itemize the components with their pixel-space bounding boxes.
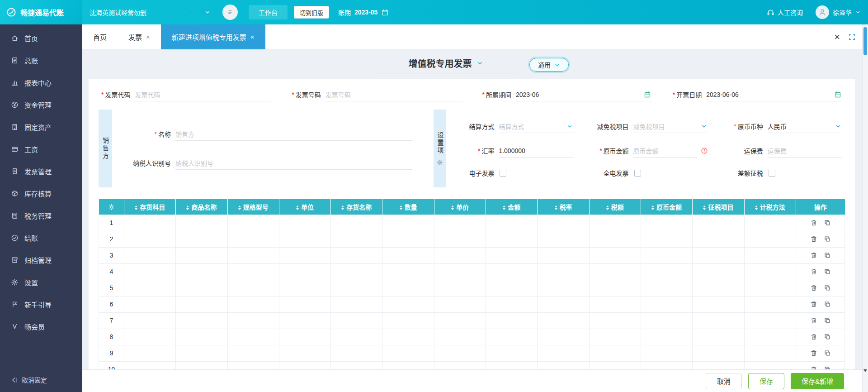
sort-icon[interactable] [186,206,189,210]
grid-cell[interactable] [279,296,330,312]
sidebar-item-fixed-assets[interactable]: 固定资产 [0,116,82,138]
grid-cell[interactable] [538,296,589,312]
tab-home[interactable]: 首页 [82,24,118,49]
delete-row-icon[interactable] [810,219,817,226]
grid-cell[interactable] [434,247,486,263]
grid-cell[interactable] [693,312,744,329]
grid-cell[interactable] [176,280,227,296]
currency-select[interactable]: 人民币 [768,120,842,133]
grid-cell[interactable] [744,231,796,247]
grid-cell[interactable] [382,296,434,312]
grid-cell[interactable] [744,263,796,280]
grid-cell[interactable] [279,361,330,369]
grid-cell[interactable] [434,361,486,369]
invoice-date-input[interactable]: 2023-06-06 [706,88,842,101]
sidebar-item-home[interactable]: 首页 [0,27,82,49]
grid-cell[interactable] [486,312,538,329]
news-button[interactable] [222,5,238,20]
grid-cell[interactable] [486,345,538,361]
grid-cell[interactable] [486,329,538,345]
grid-cell[interactable] [382,247,434,263]
warning-icon[interactable] [701,147,708,154]
grid-cell[interactable] [486,361,538,369]
grid-cell[interactable] [434,312,486,329]
grid-cell[interactable] [538,345,589,361]
close-tab-icon[interactable]: × [146,33,150,40]
taxpayer-id-input[interactable]: 纳税人识别号 [175,156,412,170]
sort-icon[interactable] [296,206,299,210]
grid-cell[interactable] [124,231,176,247]
sidebar-item-funds[interactable]: 资金管理 [0,94,82,116]
grid-cell[interactable] [124,215,176,231]
grid-cell[interactable] [434,345,486,361]
grid-cell[interactable] [744,361,796,369]
grid-cell[interactable] [227,263,279,280]
grid-cell[interactable] [486,263,538,280]
chevron-down-icon[interactable] [835,123,841,129]
copy-row-icon[interactable] [824,235,831,243]
sidebar-item-tax[interactable]: 税务管理 [0,205,82,227]
grid-cell[interactable] [124,280,176,296]
grid-cell[interactable] [744,312,796,329]
column-header[interactable]: 税额 [589,199,641,215]
grid-cell[interactable] [641,312,692,329]
grid-cell[interactable] [486,215,538,231]
grid-cell[interactable] [589,247,641,263]
column-header[interactable]: 单价 [434,199,486,215]
invoice-category-select[interactable]: 通用 [529,58,569,72]
grid-cell[interactable] [279,263,330,280]
grid-cell[interactable] [641,263,692,280]
grid-cell[interactable] [486,247,538,263]
grid-cell[interactable] [538,312,589,329]
settings-section-toggle[interactable]: 设置项 [434,110,446,187]
grid-cell[interactable] [641,345,692,361]
tab-invoice[interactable]: 发票 × [118,24,161,49]
grid-cell[interactable] [227,231,279,247]
column-header[interactable]: 金额 [486,199,538,215]
invoice-code-input[interactable]: 发票代码 [135,88,271,101]
grid-cell[interactable] [434,231,486,247]
grid-cell[interactable] [331,345,382,361]
delete-row-icon[interactable] [810,317,817,324]
app-logo[interactable]: 畅捷通易代账 [0,0,82,24]
grid-cell[interactable] [331,329,382,345]
grid-cell[interactable] [589,345,641,361]
grid-cell[interactable] [538,215,589,231]
copy-row-icon[interactable] [824,268,831,275]
grid-cell[interactable] [538,231,589,247]
copy-row-icon[interactable] [824,219,831,226]
grid-cell[interactable] [382,231,434,247]
column-header[interactable]: 规格型号 [227,199,279,215]
grid-cell[interactable] [227,329,279,345]
grid-cell[interactable] [382,329,434,345]
column-header[interactable]: 税率 [538,199,589,215]
grid-cell[interactable] [641,296,692,312]
column-header[interactable]: 征税项目 [693,199,744,215]
sort-icon[interactable] [238,206,241,210]
close-tab-icon[interactable]: × [250,33,255,40]
grid-cell[interactable] [279,329,330,345]
grid-cell[interactable] [331,361,382,369]
grid-cell[interactable] [434,329,486,345]
column-header[interactable]: 存货名称 [331,199,382,215]
grid-cell[interactable] [331,263,382,280]
invoice-number-input[interactable]: 发票号码 [326,88,462,101]
grid-cell[interactable] [693,231,744,247]
grid-cell[interactable] [279,280,330,296]
delete-row-icon[interactable] [810,268,817,275]
sidebar-item-salary[interactable]: 工资 [0,138,82,160]
grid-cell[interactable] [331,247,382,263]
grid-cell[interactable] [176,215,227,231]
unpin-button[interactable]: 取消固定 [0,368,82,392]
grid-cell[interactable] [279,215,330,231]
grid-cell[interactable] [382,263,434,280]
tax-relief-input[interactable]: 减免税项目 [633,120,708,133]
grid-cell[interactable] [693,296,744,312]
grid-cell[interactable] [124,263,176,280]
grid-cell[interactable] [331,280,382,296]
workbench-button[interactable]: 工作台 [249,5,288,19]
grid-cell[interactable] [279,247,330,263]
grid-cell[interactable] [331,215,382,231]
grid-cell[interactable] [486,231,538,247]
grid-cell[interactable] [589,329,641,345]
